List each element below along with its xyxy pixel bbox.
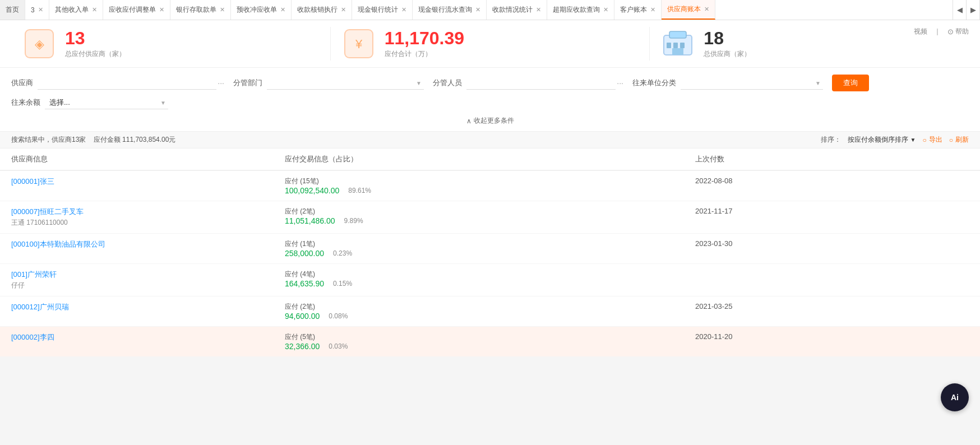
query-button[interactable]: 查询 xyxy=(832,75,869,91)
ai-label: Ai xyxy=(951,393,959,402)
nav-tab-3[interactable]: 3 ✕ xyxy=(25,0,49,20)
trans-amount-link[interactable]: 100,092,540.00 xyxy=(285,186,339,195)
table-row: [001]广州荣轩 仔仔 应付 (4笔) 164,635.90 0.15% xyxy=(0,264,980,296)
stat3-number: 18 xyxy=(704,29,751,47)
supplier-name: 张三 xyxy=(40,177,54,186)
supplier-link[interactable]: [000100]本特勤油品有限公司 xyxy=(11,240,105,248)
nav-tab-cash-bank-query[interactable]: 现金银行流水查询 ✕ xyxy=(413,0,487,20)
nav-tab-supplier-ledger[interactable]: 供应商账本 ✕ xyxy=(662,0,715,20)
nav-tab-bank-deposit-label: 银行存取款单 xyxy=(176,5,216,15)
stat-text-1: 13 总应付供应商（家） xyxy=(65,29,126,59)
stat-help-area: 视频 ｜ ⊙ 帮助 xyxy=(914,27,969,36)
supplier-dots-btn[interactable]: ··· xyxy=(218,78,224,87)
close-icon[interactable]: ✕ xyxy=(603,6,608,13)
last-pay-cell: 2020-11-20 xyxy=(695,332,969,341)
nav-left-arrow[interactable]: ◀ xyxy=(953,0,967,20)
close-icon[interactable]: ✕ xyxy=(704,6,709,13)
supplier-link[interactable]: [000001]张三 xyxy=(11,177,54,186)
sort-chevron-down-icon: ▼ xyxy=(910,137,916,143)
collapse-button[interactable]: ∧ 收起更多条件 xyxy=(466,116,514,126)
nav-tab-receipt-verify[interactable]: 收款核销执行 ✕ xyxy=(292,0,352,20)
export-icon: ○ xyxy=(923,136,927,144)
nav-tab-3-label: 3 xyxy=(31,6,35,14)
last-pay-cell: 2021-11-17 xyxy=(695,207,969,215)
trans-pct: 0.08% xyxy=(329,312,348,320)
nav-tab-home-label: 首页 xyxy=(6,5,19,15)
trans-label: 应付 (15笔) xyxy=(285,177,695,186)
balance-select[interactable]: 选择... xyxy=(45,96,168,109)
sort-value-text: 按应付余额倒序排序 xyxy=(848,136,908,143)
refresh-button[interactable]: ○ 刷新 xyxy=(949,135,969,145)
close-icon[interactable]: ✕ xyxy=(159,6,164,13)
supplier-link[interactable]: [000012]广州贝瑞 xyxy=(11,303,69,311)
nav-tab-home[interactable]: 首页 xyxy=(0,0,25,20)
nav-tab-receipt-verify-label: 收款核销执行 xyxy=(297,5,338,15)
sort-label: 排序： xyxy=(821,135,841,145)
nav-tab-receipt-stat[interactable]: 收款情况统计 ✕ xyxy=(487,0,547,20)
supplier-info-cell: [000002]李四 xyxy=(11,332,285,342)
person-dots-btn[interactable]: ··· xyxy=(617,78,623,87)
table-row: [000012]广州贝瑞 应付 (2笔) 94,600.00 0.08% 202… xyxy=(0,296,980,327)
balance-filter-label: 往来余额 xyxy=(11,98,40,108)
trans-info-cell: 应付 (1笔) 258,000.00 0.23% xyxy=(285,239,695,258)
nav-tab-cash-bank-stat[interactable]: 现金银行统计 ✕ xyxy=(352,0,413,20)
nav-tab-prepay-ar[interactable]: 预收冲应收单 ✕ xyxy=(231,0,292,20)
filter-row-2: 往来余额 选择... ▼ xyxy=(11,96,969,109)
supplier-code: [000002] xyxy=(11,333,40,341)
supplier-filter-label: 供应商 xyxy=(11,78,33,88)
supplier-link[interactable]: [000002]李四 xyxy=(11,333,54,341)
trans-amount-link[interactable]: 164,635.90 xyxy=(285,279,324,288)
trans-pct: 9.89% xyxy=(344,217,363,225)
table-row: [000002]李四 应付 (5笔) 32,366.00 0.03% 2020-… xyxy=(0,327,980,357)
nav-tab-receipt-stat-label: 收款情况统计 xyxy=(492,5,533,15)
results-summary: 搜索结果中，供应商13家 应付金额 111,703,854.00元 xyxy=(11,135,175,145)
nav-tab-ar-ap-adjust[interactable]: 应收应付调整单 ✕ xyxy=(103,0,170,20)
close-icon[interactable]: ✕ xyxy=(280,6,285,13)
supplier-name: 恒旺二手叉车 xyxy=(40,207,84,216)
stats-bar: ◈ 13 总应付供应商（家） ¥ 11,170.39 应付合计（万） xyxy=(0,20,980,68)
person-input[interactable] xyxy=(466,76,616,90)
category-select[interactable] xyxy=(681,76,823,90)
supplier-sub: 仔仔 xyxy=(11,281,285,290)
video-help-link[interactable]: 视频 xyxy=(914,27,927,36)
supplier-input[interactable] xyxy=(38,76,216,90)
stat-text-3: 18 总供应商（家） xyxy=(704,29,751,59)
nav-tab-bank-deposit[interactable]: 银行存取款单 ✕ xyxy=(170,0,231,20)
nav-tab-overdue-ar[interactable]: 超期应收款查询 ✕ xyxy=(547,0,614,20)
close-icon[interactable]: ✕ xyxy=(536,6,541,13)
svg-rect-7 xyxy=(673,43,678,48)
nav-right-arrow[interactable]: ▶ xyxy=(967,0,980,20)
trans-amount-link[interactable]: 32,366.00 xyxy=(285,342,320,351)
trans-amount-link[interactable]: 11,051,486.00 xyxy=(285,216,335,225)
sort-selector[interactable]: 按应付余额倒序排序 ▼ xyxy=(848,135,916,145)
trans-amount-link[interactable]: 258,000.00 xyxy=(285,249,324,258)
ai-assistant-button[interactable]: Ai xyxy=(941,383,969,411)
supplier-name: 本特勤油品有限公司 xyxy=(40,240,105,248)
trans-pct: 0.03% xyxy=(329,342,348,350)
supplier-code: [001] xyxy=(11,270,27,279)
nav-tab-customer-ledger[interactable]: 客户账本 ✕ xyxy=(614,0,662,20)
supplier-info-cell: [000007]恒旺二手叉车 王通 17106110000 xyxy=(11,207,285,228)
close-icon[interactable]: ✕ xyxy=(92,6,97,13)
close-icon[interactable]: ✕ xyxy=(220,6,225,13)
nav-tab-ar-ap-adjust-label: 应收应付调整单 xyxy=(109,5,156,15)
supplier-link[interactable]: [001]广州荣轩 xyxy=(11,270,57,279)
nav-tab-other-income[interactable]: 其他收入单 ✕ xyxy=(49,0,103,20)
close-icon[interactable]: ✕ xyxy=(650,6,655,13)
help-link[interactable]: ⊙ 帮助 xyxy=(947,27,969,36)
supplier-link[interactable]: [000007]恒旺二手叉车 xyxy=(11,207,84,216)
trans-amount-link[interactable]: 94,600.00 xyxy=(285,312,320,321)
nav-scroll-arrows: ◀ ▶ xyxy=(953,0,980,20)
close-icon[interactable]: ✕ xyxy=(341,6,346,13)
table-row: [000100]本特勤油品有限公司 应付 (1笔) 258,000.00 0.2… xyxy=(0,234,980,264)
close-icon[interactable]: ✕ xyxy=(401,6,406,13)
collapse-label: 收起更多条件 xyxy=(474,116,514,126)
supplier-filter: 供应商 ··· xyxy=(11,76,224,90)
supplier-code: [000012] xyxy=(11,303,40,311)
export-button[interactable]: ○ 导出 xyxy=(923,135,942,145)
close-icon[interactable]: ✕ xyxy=(38,6,43,13)
close-icon[interactable]: ✕ xyxy=(475,6,480,13)
dept-select[interactable] xyxy=(267,76,424,90)
help-icon: ⊙ xyxy=(947,27,954,36)
stat2-number: 11,170.39 xyxy=(385,29,464,47)
